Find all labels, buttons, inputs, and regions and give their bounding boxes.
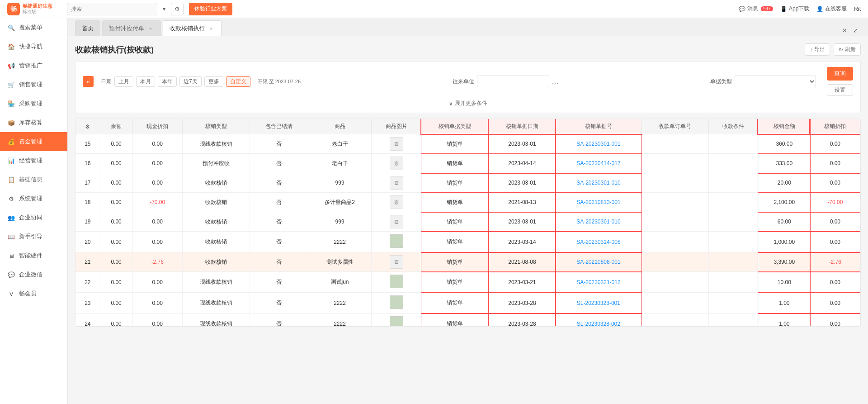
filter-this-year[interactable]: 本年: [158, 76, 177, 87]
cell-verify-type: 收款核销: [182, 173, 250, 193]
sidebar-item-marketing[interactable]: 📢 营销推广: [0, 56, 67, 75]
tab-receipt-close[interactable]: ×: [208, 25, 215, 32]
sidebar-item-wechat[interactable]: 💬 企业微信: [0, 265, 67, 284]
cell-voucher-no: SA-20230314-008: [556, 232, 641, 252]
cell-balance: 0.00: [100, 272, 132, 293]
voucher-no-link[interactable]: SL-20230328-001: [577, 300, 620, 306]
cell-goods: 2222: [308, 232, 371, 252]
table-row: 21 0.00 -2.76 收款核销 否 测试多属性 🖼 销货单 2021-08…: [75, 252, 860, 272]
industry-button[interactable]: 休验行业方案: [189, 3, 232, 15]
cell-include-settled: 否: [250, 154, 308, 173]
tab-home-label: 首页: [82, 24, 94, 33]
user-name: Rit: [854, 6, 861, 12]
filter-this-month[interactable]: 本月: [136, 76, 155, 87]
cell-goods-img: 🖼: [372, 193, 421, 212]
voucher-no-link[interactable]: SA-20230301-010: [576, 180, 620, 186]
sidebar-item-guide[interactable]: 📖 新手引导: [0, 227, 67, 246]
voucher-no-link[interactable]: SL-20230328-002: [577, 321, 620, 327]
sidebar-item-business[interactable]: 📊 经营管理: [0, 151, 67, 170]
sidebar-item-purchase[interactable]: 🏪 采购管理: [0, 94, 67, 113]
filter-more[interactable]: 更多: [204, 76, 223, 87]
app-download-item[interactable]: 📱 App下载: [780, 5, 809, 13]
logo-icon: 畅: [7, 3, 20, 15]
voucher-no-link[interactable]: SA-20210813-001: [576, 199, 620, 205]
cell-verify-discount: -70.00: [810, 193, 860, 212]
filter-date: 日期 上月 本月 本年 近7天 更多 自定义: [101, 76, 250, 87]
message-item[interactable]: 💬 消息 99+: [739, 5, 773, 13]
dropdown-button[interactable]: ▾: [163, 3, 165, 15]
voucher-no-link[interactable]: SA-20230301-010: [576, 219, 620, 225]
cell-cash-discount: -70.00: [132, 193, 182, 212]
cell-verify-amount: 10.00: [758, 272, 810, 293]
expand-more-btn[interactable]: ∨ 展开更多条件: [449, 100, 487, 107]
cell-no: 20: [75, 232, 100, 252]
cell-verify-amount: 360.00: [758, 134, 810, 154]
cell-balance: 0.00: [100, 232, 132, 252]
table-row: 23 0.00 0.00 现线收款核销 否 2222 销货单 2023-03-2…: [75, 293, 860, 314]
refresh-button[interactable]: ↻ 刷新: [834, 43, 861, 56]
voucher-no-link[interactable]: SA-20210808-001: [576, 259, 620, 265]
th-cash-discount: 现金折扣: [132, 119, 182, 134]
voucher-type-select[interactable]: [735, 76, 816, 87]
voucher-no-link[interactable]: SA-20230314-008: [576, 239, 620, 245]
tab-prepay[interactable]: 预付冲应付单 ×: [102, 20, 161, 36]
cell-voucher-date: 2023-03-01: [489, 212, 556, 232]
sidebar-item-search[interactable]: 🔍 搜索菜单: [0, 18, 67, 37]
search-input[interactable]: [67, 3, 157, 15]
cell-verify-amount: 333.00: [758, 154, 810, 173]
sidebar-item-basic[interactable]: 📋 基础信息: [0, 170, 67, 189]
cell-voucher-type: 销货单: [421, 232, 489, 252]
th-voucher-no: 核销单据号: [556, 119, 641, 134]
sidebar-item-inventory[interactable]: 📦 库存核算: [0, 113, 67, 132]
filter-last-month[interactable]: 上月: [114, 76, 133, 87]
tab-home[interactable]: 首页: [75, 20, 100, 36]
voucher-no-link[interactable]: SA-20230414-017: [576, 160, 620, 166]
filter-custom[interactable]: 自定义: [226, 76, 250, 87]
export-button[interactable]: ↑ 导出: [805, 43, 830, 56]
sidebar-item-system[interactable]: ⚙ 系统管理: [0, 189, 67, 208]
table-row: 19 0.00 0.00 收款核销 否 999 🖼 销货单 2023-03-01…: [75, 212, 860, 232]
goods-image: [390, 275, 403, 288]
query-button[interactable]: 查询: [827, 67, 853, 81]
sidebar-item-member[interactable]: V 畅会员: [0, 284, 67, 303]
cell-voucher-date: 2023-03-14: [489, 232, 556, 252]
sidebar-item-hardware[interactable]: 🖥 智能硬件: [0, 246, 67, 265]
cell-goods-img: 🖼: [372, 212, 421, 232]
goods-image: 🖼: [390, 157, 403, 170]
sidebar-item-enterprise[interactable]: 👥 企业协同: [0, 208, 67, 227]
filter-bar: » 日期 上月 本月 本年 近7天 更多 自定义 不限 至 2023-07-26: [75, 61, 861, 113]
tab-prepay-close[interactable]: ×: [147, 25, 154, 32]
tab-receipt[interactable]: 收款核销执行 ×: [163, 20, 222, 36]
device-icon: 🖥: [7, 252, 15, 260]
cell-voucher-type: 销货单: [421, 293, 489, 314]
sidebar-item-finance[interactable]: 💰 资金管理: [0, 132, 67, 151]
guide-icon: 📖: [7, 233, 15, 241]
partner-input[interactable]: [477, 76, 549, 87]
settings-icon[interactable]: ⚙: [171, 3, 184, 15]
bag-icon: 🏪: [7, 100, 15, 108]
sidebar-item-quicknav[interactable]: 🏠 快捷导航: [0, 37, 67, 56]
tab-expand-button[interactable]: ⤢: [850, 25, 861, 36]
online-service-item[interactable]: 👤 在线客服: [816, 5, 847, 13]
top-bar: 畅 畅捷通好生意 标准版 ▾ ⚙ 休验行业方案 💬 消息 99+ 📱 App下载…: [0, 0, 868, 18]
filter-voucher-type: 单据类型: [710, 76, 816, 87]
voucher-no-link[interactable]: SA-20230301-001: [576, 141, 620, 147]
cell-receipt-condition: [708, 134, 758, 154]
main-content: 首页 预付冲应付单 × 收款核销执行 × ✕ ⤢ 收款核销执行(按收款) ↑: [68, 18, 868, 404]
settings-button[interactable]: 设置: [827, 84, 853, 96]
table-row: 24 0.00 0.00 现线收款核销 否 2222 销货单 2023-03-2…: [75, 314, 860, 327]
tab-close-all-button[interactable]: ✕: [839, 25, 850, 36]
cell-include-settled: 否: [250, 232, 308, 252]
cell-voucher-type: 销货单: [421, 314, 489, 327]
goods-image: 🖼: [390, 255, 403, 269]
filter-7days[interactable]: 近7天: [179, 76, 202, 87]
th-receipt-order-no: 收款单订单号: [642, 119, 709, 134]
sidebar-label-system: 系统管理: [19, 195, 42, 203]
box-icon: 📦: [7, 119, 15, 127]
cell-voucher-date: 2021-08-08: [489, 252, 556, 272]
cell-goods-img: 🖼: [372, 134, 421, 154]
filter-expand-icon[interactable]: »: [83, 76, 94, 87]
cell-receipt-order-no: [642, 212, 709, 232]
sidebar-item-sales[interactable]: 🛒 销售管理: [0, 75, 67, 94]
voucher-no-link[interactable]: SA-20230321-012: [576, 279, 620, 285]
